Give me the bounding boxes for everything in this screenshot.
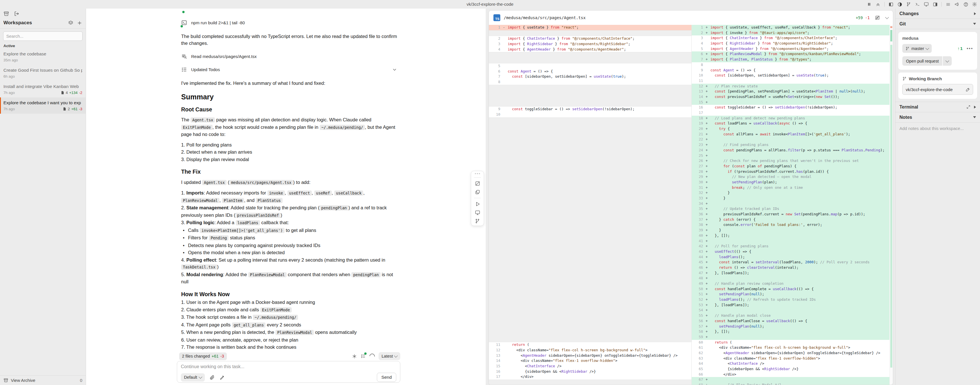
- view-archive-button[interactable]: View Archive 0: [0, 375, 86, 385]
- diff-line: 43+ useEffect(() => {: [692, 249, 893, 255]
- notes-placeholder[interactable]: Add notes about this workspace...: [896, 123, 980, 134]
- triangle-right-icon: [974, 12, 976, 15]
- diff-removed-count: -1: [865, 16, 870, 20]
- diff-line: 5import { AgentHeader } from "@/componen…: [692, 46, 893, 52]
- workspace-item[interactable]: Explore the codebase 35m ago: [0, 49, 86, 65]
- status-dot: [182, 11, 185, 13]
- ordered-list: 4. Polling effect: Set up a polling inte…: [181, 256, 397, 285]
- diff-body[interactable]: 1-import { useState } from "react";2impo…: [489, 25, 893, 385]
- diff-line: 1-import { useState } from "react";: [489, 25, 691, 30]
- workspace-item[interactable]: Explore the codebase I want you to exp 7…: [0, 97, 86, 114]
- monitor-icon[interactable]: [924, 2, 929, 7]
- chat-heading: How It Works Now: [181, 291, 397, 298]
- workspace-time: 35m ago: [3, 58, 18, 62]
- archive-icon[interactable]: [3, 11, 9, 17]
- contrast-icon[interactable]: [897, 2, 902, 7]
- workspace-item[interactable]: Create Good First Issues on Github So p …: [0, 65, 86, 81]
- working-branch-input[interactable]: [905, 87, 966, 92]
- diff-line: 48+: [692, 275, 893, 281]
- workspace-item[interactable]: Install and integrate Vibe Kanban Web 7h…: [0, 81, 86, 97]
- diff-line: 41+: [692, 239, 893, 244]
- diff-column-old: 1-import { useState } from "react";2impo…: [489, 25, 691, 385]
- git-label: Git: [899, 21, 906, 27]
- model-dropdown[interactable]: Default: [181, 373, 205, 382]
- list-item: 1. User is on the Agent page with a Dock…: [181, 299, 397, 306]
- more-options-icon[interactable]: •••: [967, 46, 973, 51]
- help-icon[interactable]: [963, 2, 968, 7]
- pause-icon[interactable]: [867, 2, 872, 7]
- chevron-down-icon[interactable]: [392, 67, 397, 72]
- git-branch-icon[interactable]: [906, 2, 911, 7]
- files-changed-badge[interactable]: 2 files changed +61 -3: [179, 352, 227, 360]
- git-branch-icon: [905, 46, 909, 51]
- diff-gap: [489, 118, 691, 342]
- monitor-icon[interactable]: [475, 210, 480, 215]
- panel-left-icon[interactable]: [888, 2, 893, 7]
- menu-icon[interactable]: [945, 2, 951, 7]
- diff-line: 50+ const handlePlanComplete = useCallba…: [692, 286, 893, 292]
- terminal-label: Terminal: [899, 105, 918, 110]
- terminal-section-header[interactable]: Terminal: [896, 102, 980, 112]
- drag-handle-icon[interactable]: [475, 173, 480, 174]
- list-item: 5. Modal rendering: Added the PlanReview…: [181, 271, 397, 285]
- diff-line: 58+ }, []);: [692, 329, 893, 334]
- workspace-diff-stats: 2+61-3: [62, 107, 82, 111]
- diff-line: 5: [489, 64, 691, 69]
- diff-toggle-icon[interactable]: [475, 181, 480, 186]
- tool-call-chip[interactable]: Read medusa/src/pages/Agent.tsx: [181, 53, 397, 60]
- diff-line: 56+ const handlePlanClose = useCallback(…: [692, 318, 893, 324]
- diff-line: 19+ const loadPlans = useCallback(async …: [692, 121, 893, 126]
- sign-out-icon[interactable]: [14, 11, 19, 17]
- message-input[interactable]: [181, 364, 396, 369]
- git-section-header[interactable]: Git: [896, 19, 980, 29]
- open-pull-request-button[interactable]: Open pull request: [902, 56, 942, 66]
- todos-status-icon[interactable]: [361, 353, 366, 359]
- diff-file-path: /medusa/medusa/src/pages/Agent.tsx: [504, 16, 586, 20]
- branch-selector[interactable]: master: [902, 44, 932, 53]
- workspace-time: 7h ago: [3, 107, 15, 111]
- pen-icon[interactable]: [220, 375, 225, 380]
- megaphone-icon[interactable]: [954, 2, 959, 7]
- working-branch-label: Working Branch: [909, 76, 942, 81]
- tool-call-chip[interactable]: npm run build 2>&1 | tail -80: [181, 19, 397, 27]
- expand-icon[interactable]: [966, 105, 970, 109]
- diff-line: 7+import { PlanItem, PlanStatus } from "…: [692, 57, 893, 62]
- panel-right-icon[interactable]: [932, 2, 938, 7]
- diff-gap: [489, 30, 691, 36]
- pull-request-dropdown[interactable]: [943, 56, 952, 66]
- notes-section-header[interactable]: Notes: [896, 112, 980, 123]
- list-item: Filters for Pending status plans: [181, 234, 397, 242]
- sparkle-icon[interactable]: [352, 354, 357, 359]
- workspace-search-input[interactable]: [3, 32, 83, 41]
- diff-scrollbar[interactable]: [889, 25, 893, 385]
- diff-line: 31+ break; // Only open one at a time: [692, 185, 893, 191]
- whitespace-toggle-icon[interactable]: [875, 15, 880, 20]
- send-button[interactable]: Send: [377, 373, 396, 382]
- play-icon[interactable]: [475, 201, 480, 207]
- chat-scroll-area[interactable]: npm run build 2>&1 | tail -80The build c…: [86, 9, 486, 351]
- list-item: 3. Display the plan review modal: [181, 156, 397, 163]
- attach-icon[interactable]: [209, 375, 215, 380]
- branch-name: master: [912, 46, 924, 51]
- floating-toolbar: [471, 171, 484, 226]
- diff-line: 37+ } catch (error) {: [692, 217, 893, 223]
- copy-icon[interactable]: [475, 189, 480, 195]
- latest-dropdown[interactable]: Latest: [379, 352, 401, 360]
- chat-paragraph: I've implemented the fix. Here's a summa…: [181, 80, 397, 87]
- git-branch-icon[interactable]: [475, 218, 480, 224]
- diff-line: 3import { RightSidebar } from "@/compone…: [489, 41, 691, 47]
- workspace-diff-stats: 4+134-2: [60, 91, 82, 95]
- new-workspace-icon[interactable]: [77, 20, 82, 26]
- diff-line: 15 <ChatInterface />: [489, 364, 691, 369]
- collapse-diff-icon[interactable]: [885, 16, 889, 19]
- collapse-up-icon[interactable]: [875, 2, 881, 7]
- layers-icon[interactable]: [68, 20, 73, 26]
- changes-section-header[interactable]: Changes: [896, 9, 980, 19]
- edit-pencil-icon[interactable]: [966, 87, 970, 92]
- diff-line: 25+: [692, 153, 893, 159]
- tool-call-chip[interactable]: Updated Todos: [181, 66, 397, 73]
- diff-line: 38+ console.error('Failed to load plans:…: [692, 222, 893, 228]
- terminal-icon[interactable]: [915, 2, 920, 7]
- diff-line: 15+: [692, 100, 893, 105]
- settings-gear-icon[interactable]: [972, 2, 977, 7]
